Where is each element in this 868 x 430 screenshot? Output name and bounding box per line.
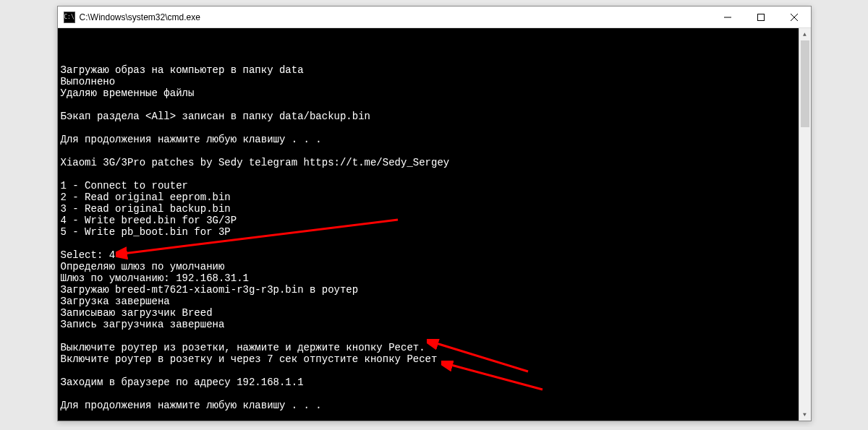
close-icon — [791, 14, 798, 21]
window-title: C:\Windows\system32\cmd.exe — [80, 12, 711, 22]
close-button[interactable] — [778, 7, 811, 27]
terminal-line: Select: 4 — [61, 249, 808, 261]
scrollbar-track[interactable] — [799, 40, 811, 408]
terminal-line: Удаляю временные файлы — [61, 87, 808, 99]
app-icon-text: C:\ — [64, 14, 74, 20]
terminal-line: Заходим в браузере по адресу 192.168.1.1 — [61, 377, 808, 388]
terminal-line: 1 - Connect to router — [61, 180, 808, 192]
terminal-line — [61, 330, 808, 342]
terminal-line — [61, 168, 808, 180]
app-icon: C:\ — [64, 12, 75, 23]
cmd-window: C:\ C:\Windows\system32\cmd.exe Загружаю… — [57, 6, 812, 421]
terminal-line — [61, 145, 808, 157]
window-controls — [711, 7, 811, 27]
terminal-line: 2 - Read original eeprom.bin — [61, 192, 808, 203]
vertical-scrollbar[interactable]: ▲ ▼ — [799, 28, 811, 421]
terminal-line: Для продолжения нажмите любую клавишу . … — [61, 134, 808, 145]
maximize-button[interactable] — [744, 7, 778, 27]
terminal-line: 3 - Read original backup.bin — [61, 203, 808, 215]
terminal-line: Xiaomi 3G/3Pro patches by Sedy telegram … — [61, 157, 808, 168]
terminal-line: Выключите роутер из розетки, нажмите и д… — [61, 342, 808, 353]
terminal-line: Включите роутер в розетку и через 7 сек … — [61, 353, 808, 365]
minimize-button[interactable] — [711, 7, 744, 27]
scrollbar-up-arrow[interactable]: ▲ — [799, 28, 811, 40]
terminal-line: Бэкап раздела <All> записан в папку data… — [61, 111, 808, 122]
scrollbar-thumb[interactable] — [801, 40, 809, 127]
terminal-line: Загрузка завершена — [61, 296, 808, 307]
terminal-line — [61, 365, 808, 377]
svg-rect-1 — [757, 14, 764, 20]
terminal-line: Загружаю breed-mt7621-xiaomi-r3g-r3p.bin… — [61, 284, 808, 296]
terminal-line: Загружаю образ на компьютер в папку data — [61, 64, 808, 76]
terminal-line: Запись загрузчика завершена — [61, 319, 808, 330]
terminal-line — [61, 388, 808, 400]
terminal-line: Определяю шлюз по умолчанию — [61, 261, 808, 272]
terminal-line: Выполнено — [61, 76, 808, 87]
terminal-line: Записываю загрузчик Breed — [61, 307, 808, 319]
terminal-line — [61, 238, 808, 249]
terminal-output[interactable]: Загружаю образ на компьютер в папку data… — [58, 28, 811, 421]
minimize-icon — [724, 14, 731, 21]
terminal-line: 4 - Write breed.bin for 3G/3P — [61, 215, 808, 226]
scrollbar-down-arrow[interactable]: ▼ — [799, 408, 811, 421]
terminal-line — [61, 122, 808, 134]
maximize-icon — [757, 14, 765, 21]
terminal-line: Шлюз по умолчанию: 192.168.31.1 — [61, 272, 808, 284]
terminal-line: Для продолжения нажмите любую клавишу . … — [61, 400, 808, 411]
terminal-line: 5 - Write pb_boot.bin for 3P — [61, 226, 808, 238]
titlebar[interactable]: C:\ C:\Windows\system32\cmd.exe — [58, 7, 811, 28]
terminal-line — [61, 99, 808, 111]
